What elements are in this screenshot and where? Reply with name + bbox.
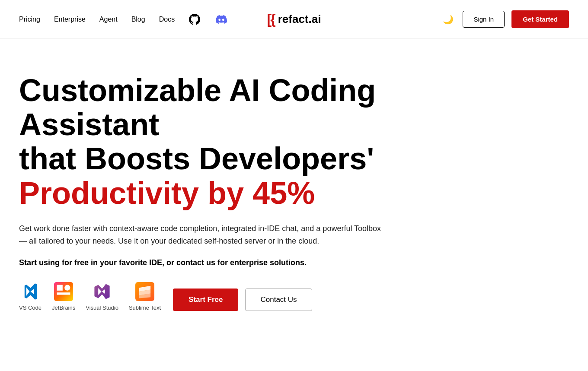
- jetbrains-icon: [53, 281, 74, 302]
- nav-enterprise[interactable]: Enterprise: [54, 16, 86, 23]
- nav-links: Pricing Enterprise Agent Blog Docs: [19, 13, 440, 25]
- sublimetext-label: Sublime Text: [129, 304, 161, 311]
- nav-right: 🌙 Sign In Get Started: [440, 10, 569, 28]
- start-free-button[interactable]: Start Free: [173, 289, 238, 311]
- github-icon[interactable]: [189, 13, 201, 25]
- ide-visualstudio: Visual Studio: [86, 281, 118, 311]
- ide-row: VS Code J: [19, 281, 457, 311]
- contact-us-button[interactable]: Contact Us: [245, 289, 312, 311]
- moon-icon: 🌙: [443, 14, 454, 25]
- svg-rect-3: [64, 285, 70, 291]
- ide-sublimetext: Sublime Text: [129, 281, 161, 311]
- cta-buttons: Start Free Contact Us: [173, 289, 312, 311]
- hero-subtext: Get work done faster with context-aware …: [19, 222, 391, 248]
- visualstudio-label: Visual Studio: [86, 304, 118, 311]
- signin-button[interactable]: Sign In: [463, 11, 505, 28]
- headline-accent: Productivity by 45%: [19, 176, 315, 210]
- getstarted-button[interactable]: Get Started: [511, 10, 569, 28]
- discord-icon[interactable]: [214, 13, 228, 25]
- sublimetext-icon: [134, 281, 155, 302]
- svg-rect-1: [57, 285, 63, 291]
- visualstudio-icon: [92, 281, 112, 302]
- nav-docs[interactable]: Docs: [159, 16, 175, 23]
- svg-rect-2: [57, 292, 70, 295]
- hero-headline: Customizable AI Coding Assistant that Bo…: [19, 73, 457, 210]
- theme-toggle-button[interactable]: 🌙: [440, 12, 456, 27]
- logo-text: refact.ai: [278, 13, 321, 26]
- jetbrains-label: JetBrains: [52, 304, 75, 311]
- navbar: Pricing Enterprise Agent Blog Docs [{ re…: [0, 0, 588, 39]
- hero-section: Customizable AI Coding Assistant that Bo…: [0, 39, 476, 337]
- headline-line2: that Boosts Developers': [19, 141, 374, 176]
- hero-cta-line: Start using for free in your favorite ID…: [19, 258, 457, 267]
- svg-rect-0: [54, 282, 73, 301]
- headline-line1: Customizable AI Coding Assistant: [19, 73, 376, 142]
- vscode-icon: [20, 281, 41, 302]
- ide-jetbrains: JetBrains: [52, 281, 75, 311]
- nav-agent[interactable]: Agent: [99, 16, 118, 23]
- nav-blog[interactable]: Blog: [131, 16, 145, 23]
- nav-pricing[interactable]: Pricing: [19, 16, 40, 23]
- site-logo[interactable]: [{ refact.ai: [267, 11, 321, 27]
- vscode-label: VS Code: [19, 304, 42, 311]
- ide-vscode: VS Code: [19, 281, 42, 311]
